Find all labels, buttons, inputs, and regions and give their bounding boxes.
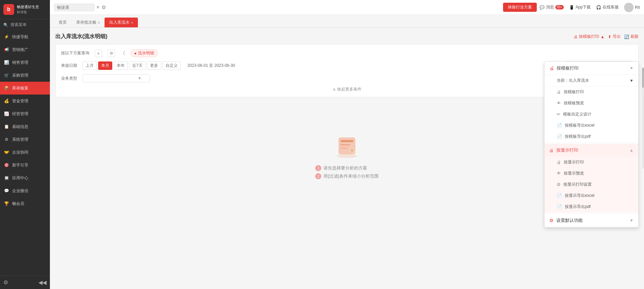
date-filter-btn-近7天[interactable]: 近7天	[129, 61, 146, 70]
online-service-button[interactable]: 🎧 在线客服	[596, 4, 619, 10]
page-header: 出入库流水(流水明细) 🖨 按模板打印 ▲ ⬆ 导出 🔄 刷新	[55, 33, 639, 40]
tip-num-2: 2	[315, 173, 321, 179]
print-template-label: 按模板打印	[579, 34, 599, 40]
sidebar-item-purchase[interactable]: 🛒 采购管理	[0, 69, 50, 82]
svg-rect-2	[341, 140, 353, 142]
settings-icon[interactable]: ⚙	[3, 279, 8, 286]
display-export-excel-icon: 📄	[557, 193, 562, 198]
sidebar-item-base[interactable]: 📋 基础信息	[0, 120, 50, 133]
dropdown-item-display-preview[interactable]: 👁 按显示预览	[545, 168, 638, 179]
nav-item-label: 营销推广	[12, 47, 28, 53]
nav-item-label: 系统管理	[12, 137, 28, 142]
breadcrumb-dropdown-icon[interactable]: ▼	[96, 5, 100, 10]
biz-type-select[interactable]: ▼	[83, 74, 150, 82]
svg-rect-4	[341, 148, 347, 149]
print-template-button[interactable]: 🖨 按模板打印 ▲	[574, 34, 605, 40]
date-filter-btn-本年[interactable]: 本年	[114, 61, 128, 70]
dropdown-item-template-custom[interactable]: ✏ 模板自定义设计	[545, 109, 638, 120]
empty-tip-1: 1 请先选择要分析的方案	[315, 165, 378, 171]
collapse-sidebar-icon[interactable]: ◀◀	[38, 279, 47, 286]
filter-tag[interactable]: ● 流水明细	[130, 49, 158, 57]
sidebar-item-appstore[interactable]: 🔲 应用中心	[0, 172, 50, 184]
sidebar-item-marketing[interactable]: 📢 营销推广	[0, 43, 50, 56]
date-filter-btn-上月[interactable]: 上月	[83, 61, 97, 70]
right-scrollbar[interactable]	[642, 68, 644, 169]
nav-item-label: 快捷导航	[12, 34, 28, 40]
template-print-item-label: 按模板打印	[564, 89, 584, 95]
display-preview-icon: 👁	[557, 171, 561, 176]
sidebar-item-inventory[interactable]: 📦 库存核算	[0, 82, 50, 95]
dropdown-section-set-default[interactable]: ⚙ 设置默认功能 ▼	[545, 214, 638, 227]
tab-home[interactable]: 首页	[54, 18, 71, 27]
refresh-label: 刷新	[631, 34, 639, 40]
filter-settings-button[interactable]: ⚙	[108, 50, 115, 57]
online-service-label: 在线客服	[603, 4, 619, 10]
sidebar-item-system[interactable]: ⚙ 系统管理	[0, 133, 50, 146]
dropdown-item-display-print-settings[interactable]: ⚙ 按显示打印设置	[545, 179, 638, 190]
app-download-button[interactable]: 📱 App下载	[569, 4, 591, 10]
sidebar-item-coop[interactable]: 🤝 企业协同	[0, 146, 50, 159]
scrollbar-thumb[interactable]	[642, 68, 644, 88]
dropdown-item-display-print-item[interactable]: 🖨 按显示打印	[545, 157, 638, 168]
display-print-settings-icon: ⚙	[557, 182, 561, 187]
date-filter-btn-自定义[interactable]: 自定义	[163, 61, 181, 70]
wechat-icon: 💬	[3, 188, 9, 194]
sidebar-item-sales[interactable]: 📊 销售管理	[0, 56, 50, 69]
page-content: 出入库流水(流水明细) 🖨 按模板打印 ▲ ⬆ 导出 🔄 刷新	[50, 28, 644, 289]
sidebar-item-operations[interactable]: 📈 经营管理	[0, 107, 50, 120]
template-export-excel-label: 按模板导出excel	[565, 123, 594, 128]
app-logo: b 畅捷通好生意 标准版	[0, 0, 50, 19]
page-actions: 🖨 按模板打印 ▲ ⬆ 导出 🔄 刷新	[574, 34, 639, 40]
dropdown-section-display-print[interactable]: 🖨 按显示打印 ▲	[545, 144, 638, 157]
sidebar-item-guide[interactable]: 🎯 新手引导	[0, 159, 50, 172]
display-export-pdf-label: 按显示导出pdf	[565, 204, 591, 210]
filter-tag-label: 流水明细	[138, 50, 154, 56]
export-label: 导出	[613, 34, 621, 40]
dropdown-section-template-print[interactable]: 🖨 按模板打印 ▼	[545, 62, 638, 75]
display-print-item-label: 按显示打印	[564, 159, 584, 165]
filter-add-button[interactable]: +	[95, 50, 102, 57]
dropdown-item-template-export-pdf[interactable]: 📄 按模板导出pdf	[545, 131, 638, 142]
dropdown-item-display-export-excel[interactable]: 📄 按显示导出excel	[545, 190, 638, 201]
logo-icon: b	[3, 4, 14, 15]
sidebar-item-member[interactable]: 🏆 畅会员	[0, 197, 50, 210]
tab-close-in-out-flow[interactable]: ×	[131, 21, 133, 25]
date-filter-btn-本月[interactable]: 本月	[98, 61, 112, 70]
tab-close-batch-account[interactable]: ×	[98, 21, 100, 25]
sidebar-item-finance[interactable]: 💰 资金管理	[0, 95, 50, 107]
search-menu[interactable]: 🔍 搜索菜单	[0, 19, 50, 30]
user-name: Rit	[635, 5, 640, 10]
topbar: ▼ ⚙ 体验行业方案 💬 消息 99+ 📱 App下载 🎧 在线客服 Rit	[50, 0, 644, 15]
template-current-selector[interactable]: 当前：出入库流水 ▼	[545, 75, 638, 86]
template-current-arrow: ▼	[630, 78, 634, 83]
template-print-label: 按模板打印	[557, 65, 579, 71]
export-button[interactable]: ⬆ 导出	[608, 34, 621, 40]
tab-batch-account[interactable]: 库存批次账 ×	[71, 18, 105, 27]
search-icon: 🔍	[3, 23, 8, 27]
template-preview-icon: 👁	[557, 101, 561, 106]
nav-item-label: 库存核算	[12, 85, 28, 91]
settings-icon[interactable]: ⚙	[101, 4, 106, 10]
dropdown-item-template-export-excel[interactable]: 📄 按模板导出excel	[545, 120, 638, 131]
nav-item-label: 采购管理	[12, 73, 28, 78]
user-avatar[interactable]: Rit	[624, 3, 640, 12]
refresh-button[interactable]: 🔄 刷新	[624, 34, 639, 40]
dropdown-item-template-preview[interactable]: 👁 按模板预览	[545, 98, 638, 109]
collapse-label: 收起更多条件	[337, 86, 361, 92]
service-icon: 🎧	[596, 5, 601, 10]
page-title: 出入库流水(流水明细)	[55, 33, 108, 40]
breadcrumb-input[interactable]	[54, 4, 94, 11]
main-area: ▼ ⚙ 体验行业方案 💬 消息 99+ 📱 App下载 🎧 在线客服 Rit	[50, 0, 644, 289]
sidebar-item-wechat[interactable]: 💬 企业微信	[0, 184, 50, 197]
sidebar-item-quick-nav[interactable]: ⚡ 快捷导航	[0, 30, 50, 43]
date-filter-btn-更多[interactable]: 更多	[147, 61, 161, 70]
filter-collapse-button[interactable]: 《	[120, 50, 125, 56]
tab-in-out-flow[interactable]: 出入库流水 ×	[105, 18, 138, 27]
tab-label: 库存批次账	[76, 20, 96, 25]
dropdown-item-template-print-item[interactable]: 🖨 按模板打印	[545, 86, 638, 98]
dropdown-item-display-export-pdf[interactable]: 📄 按显示导出pdf	[545, 201, 638, 212]
tab-label: 首页	[59, 20, 67, 25]
industry-solution-button[interactable]: 体验行业方案	[503, 3, 537, 12]
message-button[interactable]: 💬 消息 99+	[539, 4, 564, 10]
set-default-icon: ⚙	[549, 218, 554, 223]
